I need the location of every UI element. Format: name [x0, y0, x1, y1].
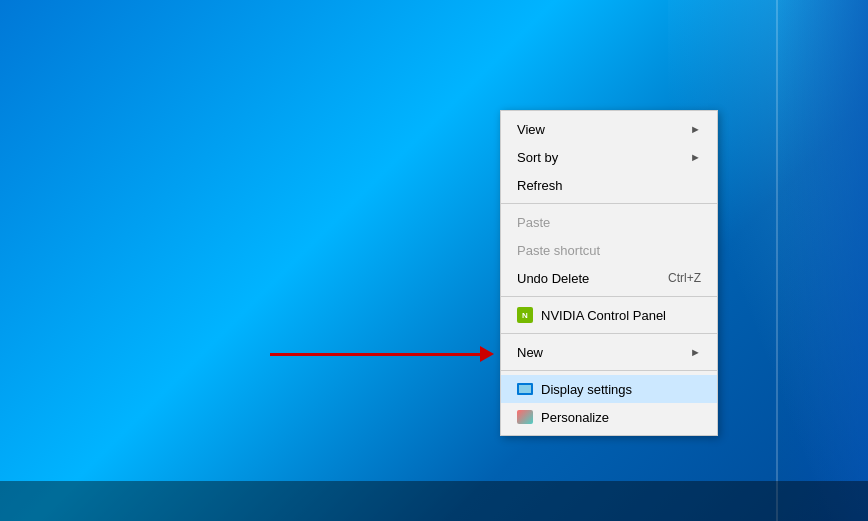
separator-4	[501, 370, 717, 371]
nvidia-icon-shape: N	[517, 307, 533, 323]
desktop: View ► Sort by ► Refresh Paste Paste sho…	[0, 0, 868, 521]
menu-item-view[interactable]: View ►	[501, 115, 717, 143]
separator-1	[501, 203, 717, 204]
menu-item-paste-shortcut-label: Paste shortcut	[517, 243, 701, 258]
menu-item-display-settings[interactable]: Display settings	[501, 375, 717, 403]
menu-item-paste-label: Paste	[517, 215, 701, 230]
menu-item-paste: Paste	[501, 208, 717, 236]
right-panel-decoration	[778, 0, 868, 521]
menu-item-personalize-left: Personalize	[517, 409, 609, 425]
menu-item-undo-delete-label: Undo Delete	[517, 271, 652, 286]
menu-item-display-settings-label: Display settings	[541, 382, 632, 397]
separator-3	[501, 333, 717, 334]
menu-item-personalize-label: Personalize	[541, 410, 609, 425]
menu-item-new-label: New	[517, 345, 690, 360]
context-menu: View ► Sort by ► Refresh Paste Paste sho…	[500, 110, 718, 436]
submenu-arrow-view: ►	[690, 123, 701, 135]
menu-item-nvidia-left: N NVIDIA Control Panel	[517, 307, 666, 323]
personalize-icon	[517, 409, 533, 425]
menu-item-undo-delete[interactable]: Undo Delete Ctrl+Z	[501, 264, 717, 292]
display-settings-icon	[517, 381, 533, 397]
menu-item-new[interactable]: New ►	[501, 338, 717, 366]
menu-item-view-label: View	[517, 122, 690, 137]
menu-item-refresh-label: Refresh	[517, 178, 701, 193]
menu-item-sort-by[interactable]: Sort by ►	[501, 143, 717, 171]
arrow-head	[480, 346, 494, 362]
menu-item-undo-delete-shortcut: Ctrl+Z	[668, 271, 701, 285]
menu-item-personalize[interactable]: Personalize	[501, 403, 717, 431]
menu-item-nvidia-label: NVIDIA Control Panel	[541, 308, 666, 323]
menu-item-sort-by-label: Sort by	[517, 150, 690, 165]
separator-2	[501, 296, 717, 297]
arrow-indicator	[270, 348, 500, 360]
submenu-arrow-new: ►	[690, 346, 701, 358]
menu-item-paste-shortcut: Paste shortcut	[501, 236, 717, 264]
personalize-icon-shape	[517, 410, 533, 424]
right-panel-line	[776, 0, 778, 521]
menu-item-refresh[interactable]: Refresh	[501, 171, 717, 199]
arrow-line	[270, 353, 480, 356]
monitor-icon-shape	[517, 383, 533, 395]
menu-item-display-left: Display settings	[517, 381, 632, 397]
nvidia-icon: N	[517, 307, 533, 323]
submenu-arrow-sort: ►	[690, 151, 701, 163]
menu-item-nvidia[interactable]: N NVIDIA Control Panel	[501, 301, 717, 329]
